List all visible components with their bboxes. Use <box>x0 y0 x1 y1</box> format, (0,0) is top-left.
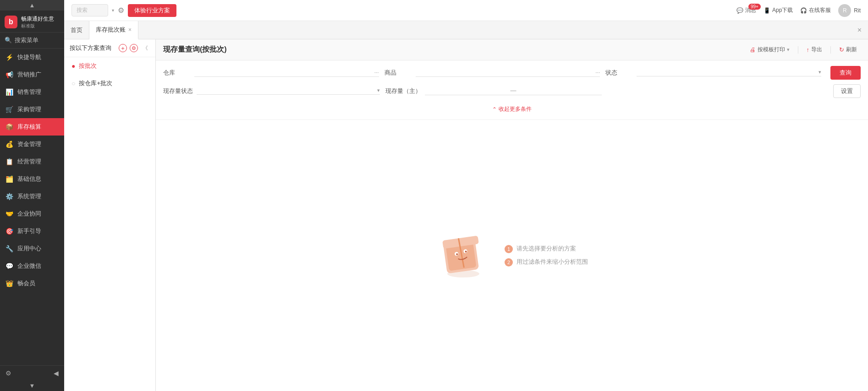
left-panel: 按以下方案查询 + ⚙ 《 ● 按批次 ○ 按仓库+批次 <box>64 39 156 391</box>
warehouse-input[interactable] <box>194 69 373 76</box>
refresh-icon: ↻ <box>839 46 844 53</box>
member-label: 畅会员 <box>17 279 35 288</box>
sidebar-item-member[interactable]: 👑畅会员 <box>0 275 64 292</box>
appstore-icon: 🔧 <box>5 245 14 252</box>
scheme-item-by-batch[interactable]: ● 按批次 <box>64 57 155 75</box>
sidebar-item-enterprise[interactable]: 🤝企业协同 <box>0 205 64 223</box>
filter-goods: 商品 ··· <box>385 69 600 77</box>
stock-status-label: 现存量状态 <box>163 87 193 95</box>
refresh-button[interactable]: ↻ 刷新 <box>835 44 861 55</box>
tip-text-2: 用过滤条件来缩小分析范围 <box>516 258 588 266</box>
sidebar-item-system[interactable]: ⚙️系统管理 <box>0 188 64 205</box>
message-button[interactable]: 💬 消息 99+ <box>736 6 756 14</box>
tab-bar-close-all[interactable]: × <box>856 24 863 36</box>
sidebar-item-purchase[interactable]: 🛒采购管理 <box>0 101 64 118</box>
add-scheme-icon[interactable]: + <box>119 44 127 52</box>
purchase-label: 采购管理 <box>17 105 41 114</box>
empty-illustration <box>436 228 491 283</box>
status-select[interactable]: ▾ <box>637 69 821 76</box>
header-divider-1 <box>798 46 798 54</box>
scheme-item-by-warehouse-batch[interactable]: ○ 按仓库+批次 <box>64 75 155 92</box>
print-template-button[interactable]: 🖨 按模板打印 ▾ <box>746 44 793 55</box>
collapse-icon: ⌃ <box>492 106 497 113</box>
stock-status-arrow: ▾ <box>377 87 380 93</box>
tab-home[interactable]: 首页 <box>64 21 89 39</box>
stock-quantity-min[interactable] <box>425 87 508 94</box>
page-title: 现存量查询(按批次) <box>163 45 227 54</box>
user-profile[interactable]: R Rit <box>838 4 861 17</box>
goods-input[interactable] <box>416 69 594 76</box>
basic-label: 基础信息 <box>17 175 41 183</box>
sidebar-item-newbie[interactable]: 🎯新手引导 <box>0 223 64 240</box>
empty-state: 1 请先选择要分析的方案 2 用过滤条件来缩小分析范围 <box>156 120 868 391</box>
warehouse-more-icon[interactable]: ··· <box>374 69 379 76</box>
tab-inventory-batch-close[interactable]: × <box>128 27 132 33</box>
tab-bar-right: × <box>856 24 868 36</box>
appstore-label: 应用中心 <box>17 244 41 253</box>
print-label: 按模板打印 <box>758 46 785 54</box>
sidebar-header: b 畅康通好生意 标准版 <box>0 11 64 33</box>
message-badge: 99+ <box>748 4 761 10</box>
topbar-chevron-icon[interactable]: ▾ <box>112 8 114 13</box>
tab-inventory-batch[interactable]: 库存批次账 × <box>89 21 138 39</box>
wechat-label: 企业微信 <box>17 262 41 270</box>
sidebar-scroll-up[interactable]: ▲ <box>0 0 64 11</box>
main-area: 搜索 ▾ ⚙ 体验行业方案 💬 消息 99+ 📱 App下载 🎧 在线客服 R … <box>64 0 868 391</box>
sidebar-item-appstore[interactable]: 🔧应用中心 <box>0 240 64 257</box>
empty-box-svg <box>436 228 491 283</box>
tip-text-1: 请先选择要分析的方案 <box>516 244 576 253</box>
filter-status: 状态 ▾ <box>605 69 821 77</box>
scheme-settings-icon[interactable]: ⚙ <box>130 44 138 52</box>
sidebar-item-finance[interactable]: 💰资金管理 <box>0 136 64 153</box>
query-button[interactable]: 查询 <box>830 66 861 80</box>
wechat-icon: 💬 <box>5 262 14 270</box>
sidebar-item-marketing[interactable]: 📢营销推广 <box>0 66 64 83</box>
sales-label: 销售管理 <box>17 88 41 96</box>
app-version: 标准版 <box>21 23 54 29</box>
print-chevron-icon[interactable]: ▾ <box>787 47 790 53</box>
sidebar-collapse-icon[interactable]: ◀ <box>54 369 59 377</box>
sidebar-item-wechat[interactable]: 💬企业微信 <box>0 257 64 275</box>
goods-filter-label: 商品 <box>385 69 412 77</box>
sidebar-search[interactable]: 🔍 搜索菜单 <box>0 33 64 49</box>
tabbar: 首页 库存批次账 × × <box>64 21 868 39</box>
left-panel-actions: + ⚙ 《 <box>119 44 150 52</box>
scheme-inactive-icon: ○ <box>71 80 75 87</box>
app-download-button[interactable]: 📱 App下载 <box>764 6 793 14</box>
filter-stock-status: 现存量状态 ▾ <box>163 87 380 95</box>
refresh-label: 刷新 <box>846 46 857 54</box>
sidebar-item-quick-nav[interactable]: ⚡快捷导航 <box>0 49 64 66</box>
sidebar-item-operations[interactable]: 📋经营管理 <box>0 153 64 170</box>
online-service-button[interactable]: 🎧 在线客服 <box>800 6 831 14</box>
export-button[interactable]: ↑ 导出 <box>803 44 826 55</box>
left-panel-title: 按以下方案查询 <box>70 44 111 52</box>
inventory-label: 库存核算 <box>17 123 41 131</box>
sidebar-scroll-down[interactable]: ▼ <box>0 380 64 391</box>
collapse-filter-row[interactable]: ⌃ 收起更多条件 <box>163 103 861 117</box>
sidebar-settings-icon[interactable]: ⚙ <box>5 369 11 377</box>
goods-more-icon[interactable]: ··· <box>595 69 600 76</box>
stock-quantity-range: — <box>425 87 602 95</box>
message-icon: 💬 <box>736 7 743 14</box>
operations-icon: 📋 <box>5 158 14 165</box>
system-label: 系统管理 <box>17 192 41 201</box>
sidebar-item-basic[interactable]: 🗂️基础信息 <box>0 170 64 188</box>
sidebar-item-sales[interactable]: 📊销售管理 <box>0 83 64 101</box>
panel-collapse-button[interactable]: 《 <box>141 44 150 52</box>
filter-warehouse: 仓库 ··· <box>163 69 379 77</box>
sidebar-item-inventory[interactable]: 📦库存核算 <box>0 118 64 136</box>
topbar-settings-icon[interactable]: ⚙ <box>118 6 124 15</box>
topbar-search-box[interactable]: 搜索 <box>71 4 108 16</box>
scheme-item-batch-label: 按批次 <box>79 62 97 70</box>
industry-solution-button[interactable]: 体验行业方案 <box>128 4 176 17</box>
app-download-label: App下载 <box>772 6 793 14</box>
settings-button[interactable]: 设置 <box>833 84 861 98</box>
page-content: 按以下方案查询 + ⚙ 《 ● 按批次 ○ 按仓库+批次 现存量查询(按批次) <box>64 39 868 391</box>
service-icon: 🎧 <box>800 7 807 14</box>
tip-num-2: 2 <box>505 258 513 266</box>
tab-home-label: 首页 <box>71 26 82 34</box>
status-select-arrow: ▾ <box>819 69 821 75</box>
stock-quantity-max[interactable] <box>519 87 602 94</box>
stock-status-select[interactable]: ▾ <box>197 87 380 95</box>
user-avatar: R <box>838 4 851 17</box>
